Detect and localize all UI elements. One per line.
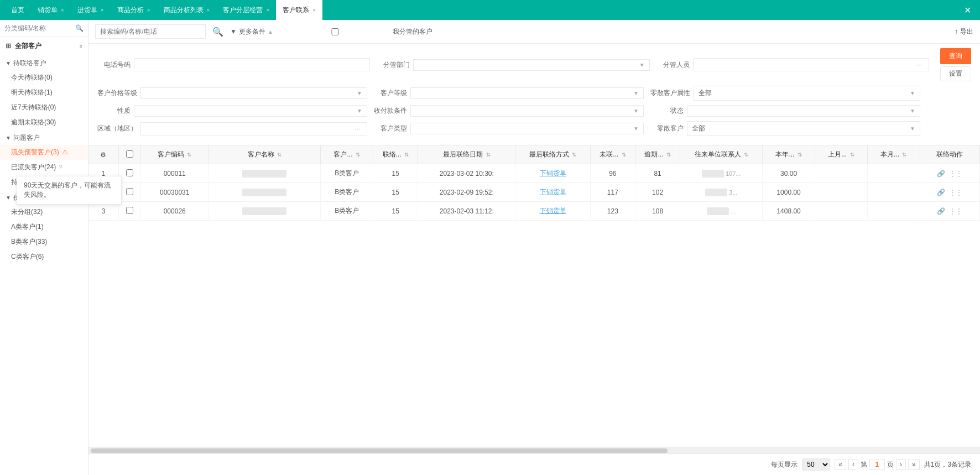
- row-last-method[interactable]: 下销货单: [515, 164, 590, 183]
- close-purchase-icon[interactable]: ×: [101, 7, 104, 13]
- col-settings[interactable]: ⚙: [88, 145, 118, 164]
- sidebar-item-overdue[interactable]: 逾期未联络(30): [0, 115, 88, 130]
- search-btn-icon[interactable]: 🔍: [212, 27, 223, 37]
- dept-caret-icon: ▼: [639, 62, 645, 68]
- col-this-month[interactable]: 本月... ⇅: [867, 145, 920, 164]
- col-code[interactable]: 客户编码 ⇅: [141, 145, 208, 164]
- horizontal-scrollbar[interactable]: [88, 447, 980, 453]
- row-last-method[interactable]: 下销货单: [515, 183, 590, 202]
- row-checkbox-cell[interactable]: [118, 183, 141, 202]
- phone-label: 电话号码: [97, 60, 131, 70]
- row-checkbox-cell[interactable]: [118, 164, 141, 183]
- person-select[interactable]: ···: [693, 58, 929, 71]
- my-customers-checkbox[interactable]: [280, 28, 390, 35]
- search-input[interactable]: [95, 24, 206, 39]
- dept-select[interactable]: ▼: [413, 59, 649, 71]
- sidebar-item-tomorrow[interactable]: 明天待联络(1): [0, 85, 88, 100]
- type-select[interactable]: ▼: [410, 123, 644, 134]
- nav-analysis[interactable]: 商品分析 ×: [111, 0, 157, 20]
- sidebar-item-b-class[interactable]: B类客户(33): [0, 234, 88, 249]
- zero-select[interactable]: 全部 ▼: [687, 121, 920, 136]
- sidebar-item-today[interactable]: 今天待联络(0): [0, 70, 88, 85]
- table-row: 1 000011 B类客户 15 2023-03-02 10:30: 下销货单 …: [88, 164, 980, 183]
- select-all-checkbox[interactable]: [126, 150, 133, 158]
- level-select[interactable]: ▼: [410, 87, 644, 99]
- col-checkbox[interactable]: [118, 145, 141, 164]
- nav-purchase[interactable]: 进货单 ×: [71, 0, 111, 20]
- col-last-date[interactable]: 最后联络日期 ⇅: [418, 145, 515, 164]
- phone-input[interactable]: [134, 58, 370, 71]
- page-prev-btn[interactable]: ‹: [848, 459, 858, 470]
- filter-bar: 🔍 ▼ 更多条件 ▲ 我分管的客户 ↑ 导出: [88, 20, 980, 44]
- current-page-num: 1: [869, 459, 885, 470]
- sidebar-item-ungroup[interactable]: 未分组(32): [0, 205, 88, 220]
- sidebar-item-week[interactable]: 近7天待联络(0): [0, 100, 88, 115]
- col-name[interactable]: 客户名称 ⇅: [208, 145, 321, 164]
- nav-sales[interactable]: 销货单 ×: [31, 0, 71, 20]
- col-last-month[interactable]: 上月... ⇅: [815, 145, 867, 164]
- sidebar-search-input[interactable]: [4, 24, 73, 32]
- row-menu-icon-0[interactable]: ⋮⋮: [949, 170, 962, 178]
- col-type[interactable]: 客户... ⇅: [321, 145, 373, 164]
- row-link-icon-0[interactable]: 🔗: [937, 170, 945, 178]
- page-next-btn[interactable]: ›: [896, 459, 906, 470]
- close-sales-icon[interactable]: ×: [61, 7, 64, 13]
- col-this-year[interactable]: 本年... ⇅: [763, 145, 815, 164]
- zero-attr-select[interactable]: 全部 ▼: [694, 86, 920, 101]
- zero-attr-cell: 零散客户属性 全部 ▼: [650, 86, 927, 101]
- status-select[interactable]: ▼: [687, 105, 920, 117]
- col-contact[interactable]: 联络... ⇅: [373, 145, 418, 164]
- col-person[interactable]: 往来单位联系人 ⇅: [680, 145, 763, 164]
- close-tier-icon[interactable]: ×: [266, 7, 269, 13]
- col-overdue[interactable]: 逾期... ⇅: [635, 145, 680, 164]
- sidebar-item-c-class[interactable]: C类客户(6): [0, 249, 88, 264]
- row-link-icon-2[interactable]: 🔗: [937, 207, 945, 215]
- nature-select[interactable]: ▼: [134, 105, 367, 117]
- row-checkbox-1[interactable]: [126, 188, 133, 195]
- col-last-method[interactable]: 最后联络方式 ⇅: [515, 145, 590, 164]
- row-menu-icon-1[interactable]: ⋮⋮: [949, 189, 962, 196]
- row-last-date: 2023-02-09 19:52:: [418, 183, 515, 202]
- page-first-btn[interactable]: «: [835, 459, 846, 470]
- settings-button[interactable]: 设置: [940, 66, 971, 81]
- close-contact-icon[interactable]: ×: [312, 7, 316, 13]
- region-dots[interactable]: ···: [352, 125, 362, 133]
- sidebar-item-a-class[interactable]: A类客户(1): [0, 220, 88, 234]
- export-button[interactable]: ↑ 导出: [955, 27, 973, 36]
- zero-attr-label: 零散客户属性: [650, 88, 690, 98]
- sort-code-icon: ⇅: [187, 152, 191, 158]
- row-checkbox-2[interactable]: [126, 207, 133, 214]
- table-row: 3 000026 B类客户 15 2023-02-03 11:12: 下销货单 …: [88, 202, 980, 221]
- per-page-select[interactable]: 50 100: [802, 458, 830, 471]
- more-conditions-btn[interactable]: ▼ 更多条件 ▲: [230, 27, 273, 36]
- scrollbar-thumb[interactable]: [91, 448, 668, 453]
- nav-analysis-list[interactable]: 商品分析列表 ×: [157, 0, 217, 20]
- region-select[interactable]: ···: [140, 122, 367, 135]
- nav-customer-tier[interactable]: 客户分层经营 ×: [216, 0, 276, 20]
- sidebar-section-problem[interactable]: ▼ 问题客户: [0, 130, 88, 145]
- row-person: ...: [680, 202, 763, 221]
- price-level-select[interactable]: ▼: [140, 87, 367, 99]
- row-link-icon-1[interactable]: 🔗: [937, 189, 945, 196]
- query-button[interactable]: 查询: [940, 48, 971, 64]
- row-checkbox-0[interactable]: [126, 169, 133, 176]
- row-menu-icon-2[interactable]: ⋮⋮: [949, 207, 962, 215]
- col-unlisted[interactable]: 未联... ⇅: [590, 145, 635, 164]
- person-dots[interactable]: ···: [914, 61, 924, 69]
- window-close-button[interactable]: ✕: [960, 5, 976, 15]
- payment-select[interactable]: ▼: [410, 105, 644, 117]
- sidebar-section-pending[interactable]: ▼ 待联络客户: [0, 55, 88, 70]
- row-checkbox-cell[interactable]: [118, 202, 141, 221]
- close-analysis-icon[interactable]: ×: [147, 7, 150, 13]
- row-name: [208, 183, 321, 202]
- my-customers-checkbox-label[interactable]: 我分管的客户: [280, 27, 432, 36]
- sidebar-item-churn-warning[interactable]: 流失预警客户(3) ⚠: [0, 145, 88, 160]
- sidebar-all-customers[interactable]: ⊞ 全部客户 «: [0, 37, 88, 55]
- page-last-btn[interactable]: »: [908, 459, 920, 470]
- nav-home[interactable]: 首页: [4, 0, 31, 20]
- sidebar-item-churned[interactable]: 已流失客户(24) ?: [0, 160, 88, 175]
- row-actions: 🔗 ⋮⋮: [920, 183, 979, 202]
- nav-customer-contact[interactable]: 客户联系 ×: [276, 0, 322, 20]
- row-last-method[interactable]: 下销货单: [515, 202, 590, 221]
- close-analysis-list-icon[interactable]: ×: [207, 7, 210, 13]
